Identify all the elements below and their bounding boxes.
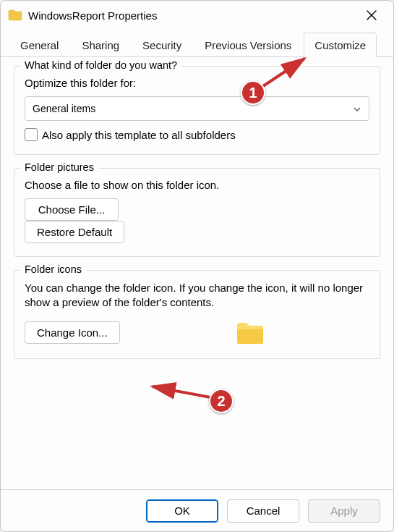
tab-security[interactable]: Security xyxy=(132,33,192,57)
apply-button: Apply xyxy=(308,499,380,523)
optimize-select[interactable]: General items xyxy=(25,96,369,121)
group-folder-icons: Folder icons You can change the folder i… xyxy=(14,270,380,359)
tab-previous-versions[interactable]: Previous Versions xyxy=(194,33,302,57)
dialog-footer: OK Cancel Apply xyxy=(1,489,393,531)
window-title: WindowsReport Properties xyxy=(28,9,357,22)
close-button[interactable] xyxy=(357,4,386,27)
choose-file-button[interactable]: Choose File... xyxy=(25,198,119,221)
properties-dialog: WindowsReport Properties General Sharing… xyxy=(0,0,394,532)
apply-subfolders-checkbox[interactable] xyxy=(25,128,38,141)
titlebar: WindowsReport Properties xyxy=(1,1,393,30)
select-value: General items xyxy=(33,103,95,114)
annotation-badge-2: 2 xyxy=(209,389,234,413)
apply-subfolders-label: Also apply this template to all subfolde… xyxy=(42,129,236,141)
svg-line-1 xyxy=(153,387,210,397)
tab-content: What kind of folder do you want? Optimiz… xyxy=(1,57,393,359)
cancel-button[interactable]: Cancel xyxy=(227,499,299,523)
tab-customize[interactable]: Customize xyxy=(304,33,377,57)
group-legend: Folder icons xyxy=(20,263,86,275)
folder-pictures-desc: Choose a file to show on this folder ico… xyxy=(25,179,369,191)
apply-subfolders-row[interactable]: Also apply this template to all subfolde… xyxy=(25,128,369,141)
group-legend: Folder pictures xyxy=(20,161,98,173)
ok-button[interactable]: OK xyxy=(146,499,218,523)
folder-icon xyxy=(8,9,22,21)
change-icon-button[interactable]: Change Icon... xyxy=(25,321,120,344)
folder-preview-icon xyxy=(236,321,265,345)
group-folder-kind: What kind of folder do you want? Optimiz… xyxy=(14,66,380,155)
restore-default-button[interactable]: Restore Default xyxy=(25,221,124,243)
folder-icons-desc: You can change the folder icon. If you c… xyxy=(25,281,369,311)
group-folder-pictures: Folder pictures Choose a file to show on… xyxy=(14,168,380,257)
chevron-down-icon xyxy=(353,104,361,113)
close-icon xyxy=(367,10,377,20)
tab-general[interactable]: General xyxy=(9,33,69,57)
optimize-label: Optimize this folder for: xyxy=(25,77,369,89)
group-legend: What kind of folder do you want? xyxy=(20,59,181,71)
tab-strip: General Sharing Security Previous Versio… xyxy=(1,30,393,57)
tab-sharing[interactable]: Sharing xyxy=(71,33,130,57)
